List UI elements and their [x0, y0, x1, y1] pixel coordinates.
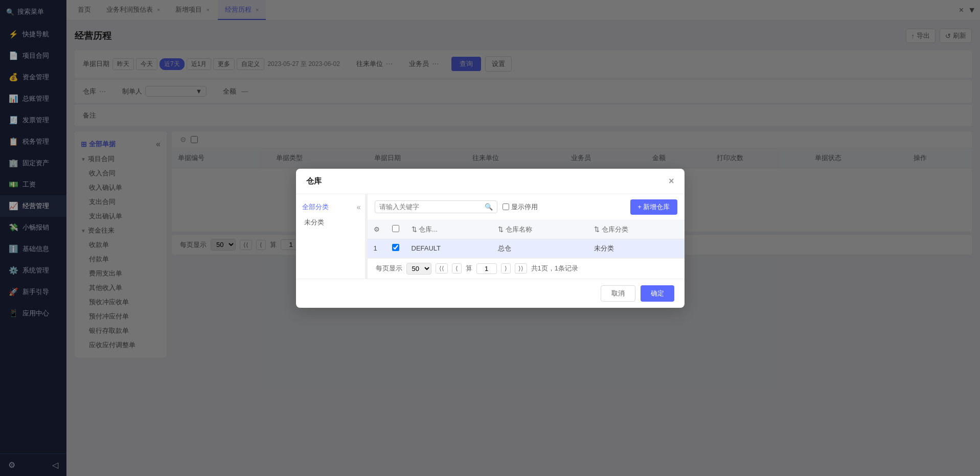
modal-confirm-button[interactable]: 确定 [641, 285, 674, 302]
modal-overlay: 仓库 × 全部分类 « 未分类 [0, 0, 980, 476]
modal-left-scrollbar[interactable] [365, 194, 367, 279]
modal-search-wrap: 🔍 [375, 200, 497, 213]
modal-row-name: 总仓 [492, 239, 588, 258]
modal-select-all-checkbox[interactable] [392, 225, 399, 232]
modal-total-label: 共1页，1条记录 [531, 264, 578, 273]
modal-cancel-button[interactable]: 取消 [601, 285, 635, 302]
modal-row-code: DEFAULT [405, 239, 492, 258]
col-modal-category: ⇅ 仓库分类 [588, 220, 684, 239]
modal-row-checkbox[interactable] [392, 244, 399, 251]
modal-first-page-btn[interactable]: ⟨⟨ [436, 263, 448, 274]
warehouse-modal: 仓库 × 全部分类 « 未分类 [296, 169, 685, 308]
show-disabled-check[interactable]: 显示停用 [503, 202, 538, 212]
modal-table-header-row: ⚙ ⇅ 仓库... ⇅ [368, 220, 685, 239]
col-modal-category-sort-icon: ⇅ [594, 225, 600, 233]
col-modal-code: ⇅ 仓库... [405, 220, 492, 239]
modal-category-uncategorized-label: 未分类 [304, 218, 324, 226]
show-disabled-checkbox[interactable] [503, 203, 509, 210]
modal-all-category-label: 全部分类 [302, 202, 329, 212]
modal-right-panel: 🔍 显示停用 + 新增仓库 ⚙ [368, 194, 685, 279]
search-icon: 🔍 [485, 203, 493, 211]
col-modal-name-sort-icon: ⇅ [498, 225, 504, 233]
col-modal-name: ⇅ 仓库名称 [492, 220, 588, 239]
modal-header: 仓库 × [296, 169, 685, 194]
modal-per-page-select[interactable]: 50 [406, 263, 431, 275]
modal-col-settings-icon[interactable]: ⚙ [374, 225, 380, 233]
col-modal-checkbox [386, 220, 405, 239]
modal-next-page-btn[interactable]: ⟩ [501, 263, 511, 274]
modal-last-page-btn[interactable]: ⟩⟩ [515, 263, 527, 274]
modal-left-collapse-icon[interactable]: « [357, 203, 361, 211]
modal-close-button[interactable]: × [669, 176, 674, 187]
modal-page-go-label: 算 [466, 264, 472, 273]
add-warehouse-button[interactable]: + 新增仓库 [630, 199, 677, 215]
modal-page-input[interactable] [476, 263, 497, 274]
modal-table-row[interactable]: 1 DEFAULT 总仓 未分类 [368, 239, 685, 258]
show-disabled-label: 显示停用 [511, 202, 538, 212]
col-modal-code-sort-icon: ⇅ [412, 225, 417, 233]
modal-left-panel: 全部分类 « 未分类 [296, 194, 368, 279]
col-modal-settings: ⚙ [368, 220, 386, 239]
modal-search-input[interactable] [379, 203, 482, 211]
modal-warehouse-table: ⚙ ⇅ 仓库... ⇅ [368, 220, 685, 258]
modal-toolbar: 🔍 显示停用 + 新增仓库 [368, 194, 685, 220]
modal-per-page-label: 每页显示 [376, 264, 402, 273]
modal-row-index: 1 [368, 239, 386, 258]
modal-actions: 取消 确定 [296, 279, 685, 308]
modal-left-header[interactable]: 全部分类 « [296, 199, 367, 215]
modal-pagination: 每页显示 50 ⟨⟨ ⟨ 算 ⟩ ⟩⟩ 共1页，1条记录 [368, 258, 685, 279]
modal-row-category: 未分类 [588, 239, 684, 258]
modal-row-checkbox-cell [386, 239, 405, 258]
modal-category-uncategorized[interactable]: 未分类 [296, 215, 367, 230]
modal-title: 仓库 [306, 176, 322, 186]
modal-body: 全部分类 « 未分类 🔍 显示停用 [296, 194, 685, 279]
modal-table-container: ⚙ ⇅ 仓库... ⇅ [368, 220, 685, 258]
modal-prev-page-btn[interactable]: ⟨ [452, 263, 462, 274]
